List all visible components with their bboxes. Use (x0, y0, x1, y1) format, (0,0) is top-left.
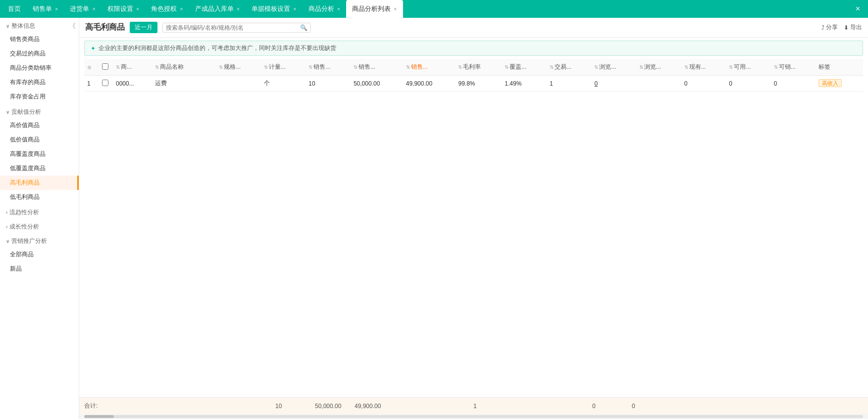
sidebar-item-all-goods[interactable]: 全部商品 (0, 247, 79, 262)
th-sellable[interactable]: ⇅可销... (771, 59, 816, 76)
nav-goods-analysis-close[interactable]: × (337, 6, 340, 12)
search-box[interactable]: 🔍 (162, 23, 311, 33)
sidebar-item-sales-goods[interactable]: 销售类商品 (0, 32, 79, 47)
nav-sales-close[interactable]: × (55, 6, 58, 12)
nav-purchase[interactable]: 进货单 × (64, 0, 101, 18)
share-label: 分享 (826, 23, 838, 32)
sidebar-group-overall[interactable]: ∨ 整体信息 (0, 18, 79, 32)
footer-label: 合计: (84, 402, 114, 410)
sidebar-item-high-value[interactable]: 高价值商品 (0, 118, 79, 133)
sidebar-group-contribution[interactable]: ∨ 贡献值分析 (0, 104, 79, 118)
nav-right: × (850, 4, 866, 13)
nav-permissions-close[interactable]: × (136, 6, 139, 12)
sidebar-group-overall-arrow: ∨ (6, 23, 9, 29)
nav-product-inbound-close[interactable]: × (237, 6, 240, 12)
sidebar-group-marketing[interactable]: ∨ 营销推广分析 (0, 233, 79, 247)
cell-coverage: 1.49% (502, 76, 547, 92)
nav-home[interactable]: 首页 (2, 0, 27, 18)
footer-sales-profit: 49,900.00 (352, 403, 391, 410)
horizontal-scrollbar[interactable] (79, 414, 868, 419)
sidebar-group-trend[interactable]: › 流趋性分析 (0, 204, 79, 219)
nav-purchase-close[interactable]: × (92, 6, 95, 12)
content-area: 高毛利商品 近一月 🔍 ⤴ 分享 ⬇ 导出 ✦ 企业的主要的利润都是这部分商品创… (79, 18, 868, 419)
th-sales-profit[interactable]: ⇅销售... (403, 59, 456, 76)
th-gross-rate[interactable]: ⇅毛利率 (455, 59, 502, 76)
th-browse1[interactable]: ⇅浏览... (591, 59, 636, 76)
footer-sales-amount: 50,000.00 (312, 403, 352, 410)
sidebar-collapse-button[interactable]: 《 (69, 22, 76, 31)
data-table: ⚙ ⇅商... ⇅商品名称 ⇅规格... ⇅计量... ⇅销售... ⇅销售..… (84, 59, 863, 92)
sidebar-group-growth-arrow: › (6, 224, 7, 230)
footer-transactions: 1 (470, 403, 510, 410)
search-icon[interactable]: 🔍 (300, 24, 307, 31)
th-current-stock[interactable]: ⇅现有... (681, 59, 726, 76)
top-navigation: 首页 销售单 × 进货单 × 权限设置 × 角色授权 × 产成品入库单 × 单据… (0, 0, 868, 18)
cell-sales-profit: 49,900.00 (403, 76, 456, 92)
sidebar-item-low-value[interactable]: 低价值商品 (0, 133, 79, 147)
th-transactions[interactable]: ⇅交易... (547, 59, 592, 76)
search-input[interactable] (166, 24, 298, 31)
nav-goods-analysis[interactable]: 商品分析 × (303, 0, 346, 18)
nav-product-inbound[interactable]: 产成品入库单 × (189, 0, 246, 18)
nav-goods-analysis-list[interactable]: 商品分析列表 × (346, 0, 403, 18)
nav-home-label: 首页 (8, 4, 21, 13)
sidebar: 《 ∨ 整体信息 销售类商品 交易过的商品 商品分类助销率 有库存的商品 库存资… (0, 18, 79, 419)
sidebar-item-high-margin[interactable]: 高毛利商品 (0, 176, 79, 190)
nav-roles-close[interactable]: × (180, 6, 183, 12)
cell-spec (216, 76, 261, 92)
nav-permissions[interactable]: 权限设置 × (102, 0, 145, 18)
sidebar-item-in-stock-goods[interactable]: 有库存的商品 (0, 75, 79, 90)
cell-browse1[interactable]: 0 (591, 76, 636, 92)
sidebar-item-new-goods[interactable]: 新品 (0, 262, 79, 276)
content-header: 高毛利商品 近一月 🔍 ⤴ 分享 ⬇ 导出 (79, 18, 868, 38)
nav-product-inbound-label: 产成品入库单 (195, 4, 234, 13)
cell-current-stock: 0 (681, 76, 726, 92)
th-unit[interactable]: ⇅计量... (261, 59, 306, 76)
cell-gross-rate: 99.8% (455, 76, 502, 92)
th-code[interactable]: ⇅商... (113, 59, 152, 76)
sidebar-item-high-coverage[interactable]: 高覆盖度商品 (0, 147, 79, 161)
th-coverage[interactable]: ⇅覆盖... (502, 59, 547, 76)
nav-template-label: 单据模板设置 (252, 4, 290, 13)
th-sales-qty[interactable]: ⇅销售... (306, 59, 351, 76)
th-available[interactable]: ⇅可用... (726, 59, 771, 76)
browse1-link[interactable]: 0 (594, 80, 598, 87)
filter-month-button[interactable]: 近一月 (130, 22, 157, 33)
sidebar-item-traded-goods[interactable]: 交易过的商品 (0, 47, 79, 61)
share-button[interactable]: ⤴ 分享 (821, 23, 838, 32)
nav-template-close[interactable]: × (293, 6, 296, 12)
scrollbar-thumb[interactable] (84, 415, 114, 418)
table-container: ⚙ ⇅商... ⇅商品名称 ⇅规格... ⇅计量... ⇅销售... ⇅销售..… (79, 59, 868, 397)
footer-current-stock: 0 (589, 403, 629, 410)
sidebar-group-growth[interactable]: › 成长性分析 (0, 219, 79, 233)
sidebar-item-low-coverage[interactable]: 低覆盖度商品 (0, 161, 79, 176)
th-sales-amount[interactable]: ⇅销售... (351, 59, 403, 76)
sidebar-item-low-margin[interactable]: 低毛利商品 (0, 190, 79, 204)
window-close-button[interactable]: × (850, 4, 866, 13)
th-browse2[interactable]: ⇅浏览... (636, 59, 681, 76)
sidebar-group-marketing-items: 全部商品 新品 (0, 247, 79, 276)
nav-goods-analysis-list-label: 商品分析列表 (352, 4, 391, 13)
nav-goods-analysis-list-close[interactable]: × (394, 6, 397, 12)
nav-sales[interactable]: 销售单 × (27, 0, 64, 18)
sidebar-item-category-rate[interactable]: 商品分类助销率 (0, 61, 79, 75)
sort-icon-settings[interactable]: ⚙ (87, 65, 92, 70)
table-row: 1 0000... 运费 个 10 50,000.00 49,900.00 99… (84, 76, 863, 92)
nav-roles[interactable]: 角色授权 × (145, 0, 189, 18)
sidebar-item-stock-capital[interactable]: 库存资金占用 (0, 90, 79, 104)
export-label: 导出 (850, 23, 862, 32)
export-button[interactable]: ⬇ 导出 (844, 23, 862, 32)
th-name[interactable]: ⇅商品名称 (152, 59, 216, 76)
tip-text: 企业的主要的利润都是这部分商品创造的，可考虑加大推广，同时关注库存是不要出现缺货 (99, 44, 336, 52)
sidebar-group-contribution-items: 高价值商品 低价值商品 高覆盖度商品 低覆盖度商品 高毛利商品 低毛利商品 (0, 118, 79, 204)
nav-template[interactable]: 单据模板设置 × (246, 0, 302, 18)
cell-checkbox (99, 76, 113, 92)
row-checkbox[interactable] (102, 80, 108, 86)
select-all-checkbox[interactable] (102, 63, 108, 70)
th-checkbox (99, 59, 113, 76)
sidebar-group-contribution-arrow: ∨ (6, 109, 9, 115)
cell-tag: 高收入 (816, 76, 863, 92)
table-header-row: ⚙ ⇅商... ⇅商品名称 ⇅规格... ⇅计量... ⇅销售... ⇅销售..… (84, 59, 863, 76)
cell-sales-qty: 10 (306, 76, 351, 92)
th-spec[interactable]: ⇅规格... (216, 59, 261, 76)
